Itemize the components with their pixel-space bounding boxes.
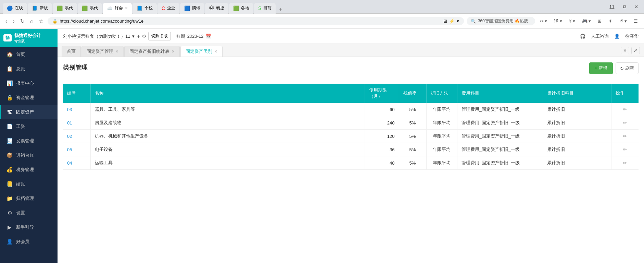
page-tab-depreciation[interactable]: 固定资产折旧统计表 ✕ (124, 46, 180, 57)
forward-button[interactable]: › (11, 17, 16, 26)
translate-button[interactable]: 译 ▾ (552, 17, 564, 26)
home-button[interactable]: ⌂ (29, 17, 35, 26)
code-link-4[interactable]: 04 (67, 160, 72, 166)
sidebar-item-salary[interactable]: 📄 工资 (0, 119, 58, 134)
funds-icon: 🔒 (7, 95, 13, 101)
browser-tab-1[interactable]: 🔵 在线 (3, 3, 27, 14)
search-text: 360智能抠图免费用 🔥热搜 (478, 18, 528, 24)
minimize-button[interactable]: 11 (606, 2, 617, 11)
dropdown-arrow[interactable]: ▾ (132, 34, 135, 39)
currency-button[interactable]: ¥ ▾ (567, 17, 577, 25)
cut-button[interactable]: ✂ ▾ (538, 17, 550, 25)
col-header-method: 折旧方法 (426, 84, 457, 103)
search-bar[interactable]: 🔍 360智能抠图免费用 🔥热搜 (467, 17, 535, 25)
cell-code-4: 04 (63, 156, 90, 170)
lock-icon: 🔒 (52, 19, 58, 24)
sidebar-item-settlement[interactable]: 📒 结账 (0, 177, 58, 191)
page-tab-category-close[interactable]: ✕ (214, 49, 217, 54)
app-container: 畅 畅捷通好会计 专业版 🏠 首页 📋 总账 📊 报表中心 🔒 资金管理 🏗 固… (0, 29, 644, 263)
address-bar[interactable]: 🔒 https://cloud.chanjet.com/accounting/u… (48, 17, 464, 25)
code-link-3[interactable]: 05 (67, 147, 72, 152)
add-company-button[interactable]: + (137, 33, 140, 39)
cell-period-0: 60 (365, 103, 399, 116)
browser-tab-8[interactable]: 🟦 腾讯 (180, 3, 204, 14)
sidebar: 畅 畅捷通好会计 专业版 🏠 首页 📋 总账 📊 报表中心 🔒 资金管理 🏗 固… (0, 29, 58, 263)
code-link-2[interactable]: 02 (67, 134, 72, 139)
add-tab-button[interactable]: + (278, 7, 282, 14)
page-tab-depreciation-close[interactable]: ✕ (172, 49, 175, 54)
code-link-0[interactable]: 03 (67, 107, 72, 112)
sidebar-label-funds: 资金管理 (16, 95, 34, 101)
browser-tab-5[interactable]: ☁️ 好会 ✕ (103, 3, 132, 14)
help-label[interactable]: 人工咨询 (591, 33, 609, 39)
sidebar-item-inventory[interactable]: 📦 进销台账 (0, 148, 58, 163)
sidebar-item-funds[interactable]: 🔒 资金管理 (0, 91, 58, 105)
cell-expense-3: 管理费用_固定资产折旧_一级 (457, 143, 543, 156)
sidebar-item-settings[interactable]: ⚙ 设置 (0, 206, 58, 220)
edit-button-2[interactable]: ✏ (623, 133, 627, 139)
code-link-1[interactable]: 01 (67, 120, 72, 125)
user-name-label[interactable]: 徐泽华 (625, 33, 639, 39)
browser-tab-2[interactable]: 📘 新版 (28, 3, 52, 14)
page-tab-asset-mgmt[interactable]: 固定资产管理 ✕ (81, 46, 124, 57)
cell-expense-1: 管理费用_固定资产折旧_一级 (457, 116, 543, 130)
edit-button-4[interactable]: ✏ (623, 160, 627, 166)
bookmark-button[interactable]: ☆ (37, 16, 45, 26)
undo-button[interactable]: ↺ ▾ (617, 17, 629, 25)
tab-close-5[interactable]: ✕ (125, 6, 128, 10)
sidebar-item-fixed-assets[interactable]: 🏗 固定资产 (0, 105, 58, 119)
sidebar-label-fixed-assets: 固定资产 (16, 109, 34, 115)
menu-button[interactable]: ☰ (632, 17, 640, 25)
dropdown-icon[interactable]: ▾ (457, 19, 459, 24)
browser-tab-7[interactable]: C 企业 (157, 3, 179, 14)
browser-tab-6[interactable]: 📘 个税 (132, 3, 157, 14)
browser-tab-10[interactable]: 🟩 各地 (229, 3, 253, 14)
member-icon: 👤 (7, 239, 13, 245)
page-tab-asset-mgmt-close[interactable]: ✕ (115, 49, 118, 54)
sidebar-item-guide[interactable]: ▶ 新手引导 (0, 220, 58, 235)
sidebar-label-archive: 归档管理 (16, 195, 34, 202)
page-tab-category[interactable]: 固定资产类别 ✕ (180, 46, 223, 57)
browser-tab-11[interactable]: S 目前 (254, 3, 276, 14)
page-tab-home[interactable]: 首页 (62, 46, 81, 57)
page-expand-button[interactable]: ⤢ (631, 47, 640, 54)
search-icon: 🔍 (471, 19, 476, 24)
sidebar-item-tax[interactable]: 💰 税务管理 (0, 163, 58, 177)
edit-button-3[interactable]: ✏ (623, 147, 627, 152)
edit-button-0[interactable]: ✏ (623, 107, 627, 112)
sidebar-item-reports[interactable]: 📊 报表中心 (0, 76, 58, 91)
tab-label-6: 个税 (144, 5, 153, 11)
refresh-button[interactable]: ↻ 刷新 (616, 62, 639, 74)
sidebar-item-ledger[interactable]: 📋 总账 (0, 62, 58, 76)
edit-button-1[interactable]: ✏ (623, 120, 627, 125)
game-button[interactable]: 🎮 ▾ (580, 17, 593, 25)
cell-action-2: ✏ (611, 130, 639, 143)
sidebar-item-member[interactable]: 👤 好会员 (0, 235, 58, 249)
add-button[interactable]: + 新增 (589, 62, 613, 74)
browser-tab-9[interactable]: Ⓜ 畅捷 (205, 3, 228, 14)
ledger-icon: 📋 (7, 66, 13, 72)
brightness-button[interactable]: ☀ (606, 17, 615, 25)
back-button[interactable]: ‹ (4, 17, 9, 26)
page-close-button[interactable]: ✕ (621, 47, 629, 54)
url-text: https://cloud.chanjet.com/accounting/uw1… (60, 19, 143, 24)
browser-tab-3[interactable]: 🟩 易代 (53, 3, 77, 14)
sidebar-label-salary: 工资 (16, 123, 25, 130)
reload-button[interactable]: ↻ (19, 16, 26, 26)
cell-method-0: 年限平均 (426, 103, 457, 116)
browser-tab-4[interactable]: 🟩 易代 (78, 3, 102, 14)
grid-button[interactable]: ⊞ (596, 17, 604, 25)
cell-accumulated-2: 累计折旧 (543, 130, 611, 143)
settings-gear[interactable]: ⚙ (142, 34, 146, 39)
cell-rate-3: 5% (399, 143, 426, 156)
col-header-period: 使用期限（月） (365, 84, 399, 103)
sidebar-item-home[interactable]: 🏠 首页 (0, 47, 58, 62)
maximize-button[interactable]: ⧉ (620, 2, 629, 11)
version-button[interactable]: 切到旧版 (148, 32, 171, 40)
cell-name-1: 房屋及建筑物 (90, 116, 365, 130)
sidebar-item-archive[interactable]: 📁 归档管理 (0, 191, 58, 206)
calendar-icon[interactable]: 📅 (206, 34, 211, 39)
cell-name-4: 运输工具 (90, 156, 365, 170)
sidebar-item-invoice[interactable]: 🧾 发票管理 (0, 134, 58, 148)
close-button[interactable]: ✕ (632, 2, 641, 11)
